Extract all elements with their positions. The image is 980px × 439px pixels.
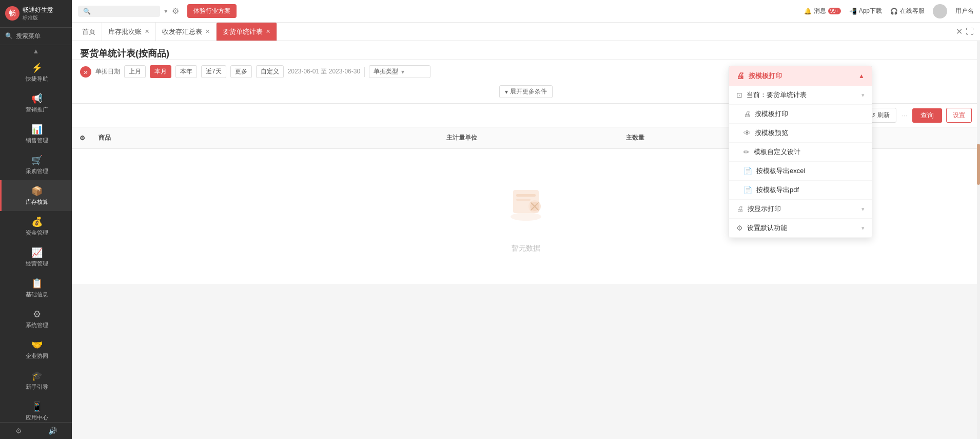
sidebar: 畅 畅通好生意 标准版 🔍 搜索菜单 ▲ ⚡ 快捷导航 📢 营销推广 📊 销售管… [0, 0, 72, 439]
topbar: 🔍 ▾ ⚙ 体验行业方案 🔔 消息 99+ 📲 App下载 🎧 在线客服 用户名 [72, 0, 980, 23]
topbar-gear-icon[interactable]: ⚙ [172, 6, 179, 16]
settings-btn[interactable]: 设置 [946, 108, 972, 123]
inventory-icon: 📦 [31, 185, 43, 197]
sidebar-item-label: 基础信息 [26, 291, 48, 298]
sidebar-item-finance[interactable]: 💰 资金管理 [0, 211, 72, 242]
app-download-label: App下载 [859, 7, 882, 15]
sidebar-item-guide[interactable]: 🎓 新手引导 [0, 365, 72, 396]
current-template-arrow: ▾ [861, 92, 865, 99]
date-btn-this-month[interactable]: 本月 [150, 65, 171, 78]
dropdown-template-print[interactable]: 🖨 按模板打印 [729, 105, 872, 124]
tab-collection-summary[interactable]: 收发存汇总表 ✕ [156, 23, 217, 41]
notification-badge: 99+ [828, 8, 841, 14]
sidebar-item-basic[interactable]: 📋 基础信息 [0, 273, 72, 303]
dropdown-header[interactable]: 🖨 按模板打印 ▲ [729, 66, 872, 86]
display-print-label: 按显示打印 [748, 204, 781, 214]
basic-icon: 📋 [31, 278, 43, 289]
sidebar-sound-btn[interactable]: 🔊 [48, 427, 57, 435]
date-btn-custom[interactable]: 自定义 [256, 65, 284, 78]
sidebar-settings-btn[interactable]: ⚙ [15, 427, 22, 435]
app-download-icon: 📲 [849, 8, 857, 15]
current-template-label: 当前：要货单统计表 [747, 90, 807, 100]
svg-rect-3 [516, 199, 531, 201]
sidebar-item-label: 销售管理 [26, 137, 48, 144]
sidebar-logo: 畅 畅通好生意 标准版 [0, 0, 72, 28]
industry-btn[interactable]: 体验行业方案 [187, 4, 237, 18]
guide-icon: 🎓 [31, 370, 43, 381]
sidebar-item-inventory[interactable]: 📦 库存核算 [0, 180, 72, 211]
date-btn-7days[interactable]: 近7天 [201, 65, 226, 78]
dropdown-display-print[interactable]: 🖨 按显示打印 ▾ [729, 200, 872, 219]
tab-home[interactable]: 首页 [76, 23, 102, 41]
empty-text: 暂无数据 [512, 244, 540, 253]
sidebar-nav: ▲ ⚡ 快捷导航 📢 营销推广 📊 销售管理 🛒 采购管理 📦 库存核算 💰 资… [0, 45, 72, 422]
sidebar-item-marketing[interactable]: 📢 营销推广 [0, 88, 72, 119]
template-print-label: 按模板打印 [755, 109, 788, 119]
topbar-right: 🔔 消息 99+ 📲 App下载 🎧 在线客服 用户名 [804, 4, 974, 18]
dropdown-template-preview[interactable]: 👁 按模板预览 [729, 124, 872, 143]
sidebar-item-purchase[interactable]: 🛒 采购管理 [0, 149, 72, 180]
sidebar-item-operation[interactable]: 📈 经营管理 [0, 242, 72, 273]
sidebar-item-label: 资金管理 [26, 229, 48, 237]
sidebar-item-label: 营销推广 [26, 106, 48, 113]
online-service-btn[interactable]: 🎧 在线客服 [890, 7, 925, 15]
online-service-label: 在线客服 [900, 7, 925, 15]
type-filter-arrow: ▾ [401, 68, 404, 75]
topbar-dropdown-arrow[interactable]: ▾ [164, 7, 168, 15]
tab-home-label: 首页 [82, 27, 95, 36]
filter-toggle-btn[interactable]: » [80, 66, 91, 78]
th-product: 商品 [92, 131, 440, 144]
tab-close-window-btn[interactable]: ✕ [956, 27, 963, 36]
th-gear[interactable]: ⚙ [72, 132, 92, 144]
sidebar-search[interactable]: 🔍 搜索菜单 [0, 28, 72, 45]
headset-icon: 🎧 [890, 8, 898, 15]
date-filter-label: 单据日期 [95, 67, 120, 76]
sidebar-item-sales[interactable]: 📊 销售管理 [0, 119, 72, 149]
expand-btn-label: 展开更多条件 [510, 87, 547, 96]
tab-order-stats[interactable]: 要货单统计表 ✕ [217, 23, 277, 41]
tab-collection-close[interactable]: ✕ [205, 28, 210, 35]
sidebar-item-corp[interactable]: 🤝 企业协同 [0, 334, 72, 365]
sidebar-item-quick-nav[interactable]: ⚡ 快捷导航 [0, 57, 72, 88]
filter-divider [364, 67, 365, 77]
dropdown-template-pdf[interactable]: 📄 按模板导出pdf [729, 181, 872, 200]
sidebar-item-label: 快捷导航 [26, 75, 48, 83]
sidebar-item-system[interactable]: ⚙ 系统管理 [0, 303, 72, 334]
sidebar-scroll-up[interactable]: ▲ [0, 45, 72, 57]
sidebar-item-label: 系统管理 [26, 321, 48, 329]
dropdown-template-excel[interactable]: 📄 按模板导出excel [729, 162, 872, 181]
current-template-icon: ⊡ [736, 91, 742, 99]
app-download-btn[interactable]: 📲 App下载 [849, 7, 882, 15]
default-func-label: 设置默认功能 [747, 223, 787, 233]
query-btn[interactable]: 查询 [912, 108, 942, 123]
svg-point-0 [511, 213, 541, 221]
tab-expand-btn[interactable]: ⛶ [966, 27, 974, 36]
page-title: 要货单统计表(按商品) [80, 47, 169, 60]
tab-batch-account[interactable]: 库存批次账 ✕ [102, 23, 156, 41]
dropdown-current-template[interactable]: ⊡ 当前：要货单统计表 ▾ [729, 86, 872, 105]
tab-batch-account-close[interactable]: ✕ [145, 28, 149, 35]
app-logo-icon: 畅 [5, 6, 19, 21]
notification-label: 消息 [814, 7, 826, 15]
scrollbar-thumb[interactable] [977, 144, 980, 185]
template-pdf-label: 按模板导出pdf [756, 185, 799, 195]
sidebar-item-appstore[interactable]: 📱 应用中心 [0, 396, 72, 422]
type-filter-select[interactable]: 单据类型 ▾ [369, 65, 430, 78]
date-btn-this-year[interactable]: 本年 [175, 65, 197, 78]
expand-filter-btn[interactable]: ▾ 展开更多条件 [499, 85, 553, 98]
dropdown-template-custom[interactable]: ✏ 模板自定义设计 [729, 143, 872, 162]
user-avatar[interactable] [933, 4, 947, 18]
date-btn-last-month[interactable]: 上月 [124, 65, 146, 78]
corp-icon: 🤝 [31, 339, 43, 351]
topbar-search[interactable]: 🔍 [78, 6, 160, 17]
date-btn-more[interactable]: 更多 [230, 65, 252, 78]
expand-icon: ▾ [505, 88, 508, 96]
scrollbar-track[interactable] [977, 41, 980, 439]
tab-order-stats-label: 要货单统计表 [223, 27, 263, 36]
dropdown-default-func[interactable]: ⚙ 设置默认功能 ▾ [729, 219, 872, 238]
page-header: 要货单统计表(按商品) [72, 41, 980, 60]
notification-btn[interactable]: 🔔 消息 99+ [804, 7, 841, 15]
dropdown-collapse-arrow[interactable]: ▲ [858, 72, 865, 80]
app-name: 畅通好生意 [23, 6, 53, 14]
tab-order-stats-close[interactable]: ✕ [266, 28, 270, 35]
